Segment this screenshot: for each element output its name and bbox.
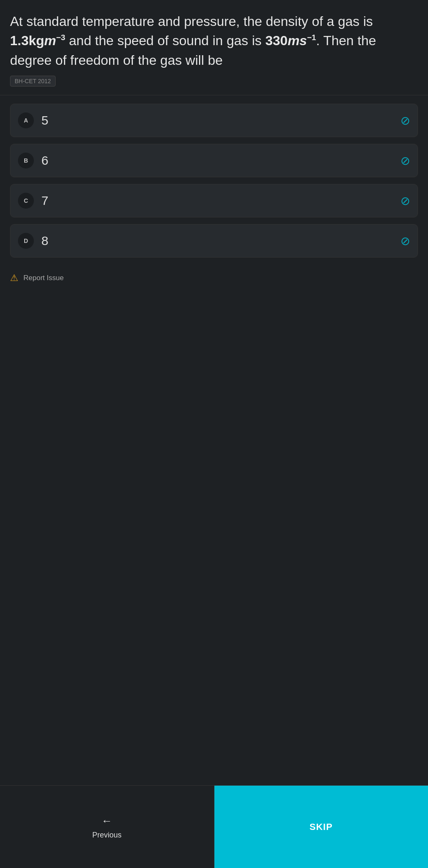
bottom-navigation: ← Previous SKIP: [0, 785, 428, 868]
skip-label: SKIP: [310, 822, 333, 832]
speed-value: 330ms−1: [265, 33, 316, 48]
report-issue-button[interactable]: ⚠ Report Issue: [0, 264, 428, 292]
option-a-deselect-icon: ⊘: [400, 114, 410, 128]
source-tag: BH-CET 2012: [10, 76, 56, 87]
option-a-value: 5: [41, 113, 48, 128]
option-d-left: D 8: [18, 233, 48, 249]
warning-icon: ⚠: [10, 273, 18, 283]
option-b[interactable]: B 6 ⊘: [10, 144, 418, 177]
question-text: At standard temperature and pressure, th…: [10, 12, 418, 70]
option-a-left: A 5: [18, 112, 48, 128]
skip-button[interactable]: SKIP: [214, 786, 428, 868]
option-c-badge: C: [18, 193, 34, 209]
option-d-badge: D: [18, 233, 34, 249]
previous-label: Previous: [92, 831, 122, 840]
option-a-badge: A: [18, 112, 34, 128]
option-d[interactable]: D 8 ⊘: [10, 224, 418, 258]
option-b-badge: B: [18, 153, 34, 168]
question-section: At standard temperature and pressure, th…: [0, 0, 428, 95]
content-spacer: [0, 292, 428, 585]
option-c-value: 7: [41, 194, 48, 208]
option-b-value: 6: [41, 153, 48, 168]
options-container: A 5 ⊘ B 6 ⊘ C 7 ⊘ D 8 ⊘: [0, 95, 428, 258]
option-b-deselect-icon: ⊘: [400, 154, 410, 168]
option-d-value: 8: [41, 234, 48, 248]
report-issue-text: Report Issue: [23, 274, 64, 282]
option-c-deselect-icon: ⊘: [400, 194, 410, 208]
option-b-left: B 6: [18, 153, 48, 168]
option-a[interactable]: A 5 ⊘: [10, 104, 418, 137]
option-c[interactable]: C 7 ⊘: [10, 184, 418, 217]
density-value: 1.3kgm−3: [10, 33, 65, 48]
previous-button[interactable]: ← Previous: [0, 786, 214, 868]
option-d-deselect-icon: ⊘: [400, 234, 410, 248]
option-c-left: C 7: [18, 193, 48, 209]
back-arrow-icon: ←: [102, 814, 112, 827]
